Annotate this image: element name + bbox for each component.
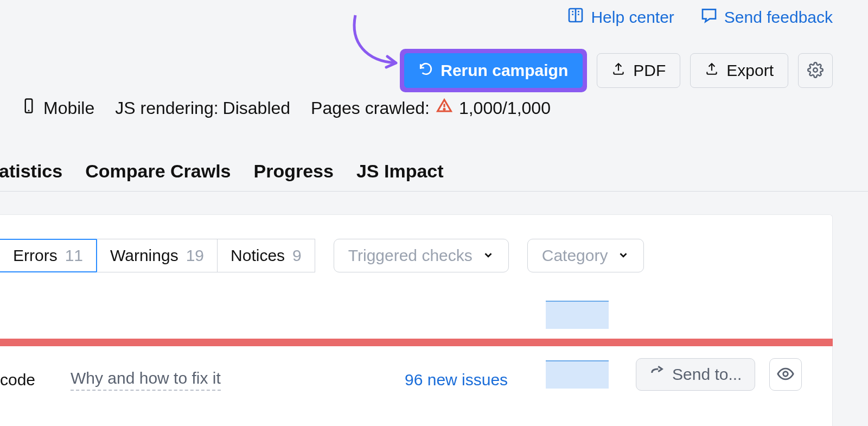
filter-warnings-label: Warnings: [110, 246, 178, 265]
send-feedback-label: Send feedback: [724, 8, 833, 27]
gear-icon: [807, 62, 824, 80]
js-rendering-label: JS rendering:: [115, 98, 218, 118]
chevron-down-icon: [617, 246, 629, 265]
help-center-link[interactable]: Help center: [567, 7, 674, 28]
settings-button[interactable]: [798, 53, 833, 88]
new-issues-link[interactable]: 96 new issues: [405, 371, 508, 389]
pages-crawled-value: 1,000/1,000: [459, 98, 551, 118]
book-icon: [567, 7, 584, 28]
filter-warnings[interactable]: Warnings 19: [97, 239, 218, 272]
filter-notices-label: Notices: [231, 246, 285, 265]
why-and-how-link[interactable]: Why and how to fix it: [71, 369, 221, 391]
pages-crawled-info: Pages crawled: 1,000/1,000: [311, 98, 551, 118]
chevron-down-icon: [482, 246, 494, 265]
triggered-label: Triggered checks: [348, 246, 473, 265]
tabs-divider: [0, 191, 868, 192]
triggered-checks-select[interactable]: Triggered checks: [334, 239, 509, 272]
view-button[interactable]: [769, 358, 802, 391]
send-to-label: Send to...: [672, 365, 742, 384]
forward-arrow-icon: [649, 365, 665, 384]
svg-point-6: [813, 68, 818, 72]
rerun-label: Rerun campaign: [441, 61, 568, 80]
category-label: Category: [542, 246, 608, 265]
issue-type-group: Errors 11 Warnings 19 Notices 9: [0, 239, 315, 272]
rerun-campaign-button[interactable]: Rerun campaign: [404, 53, 583, 88]
pdf-label: PDF: [633, 61, 666, 80]
js-rendering-info: JS rendering: Disabled: [115, 98, 290, 118]
svg-point-11: [783, 371, 788, 376]
warning-icon: [436, 98, 452, 118]
mobile-icon: [21, 98, 37, 118]
filter-errors-count: 11: [65, 246, 83, 265]
issue-status: code: [0, 371, 71, 389]
pages-crawled-label: Pages crawled:: [311, 98, 430, 118]
tab-statistics[interactable]: atistics: [0, 161, 62, 185]
svg-point-10: [444, 109, 445, 110]
severity-bar: [0, 339, 833, 346]
sparkline: [546, 360, 609, 389]
device-label: Mobile: [43, 98, 94, 118]
pdf-button[interactable]: PDF: [597, 53, 680, 88]
tab-progress[interactable]: Progress: [254, 161, 334, 185]
sparkline: [546, 301, 609, 329]
export-button[interactable]: Export: [690, 53, 788, 88]
eye-icon: [776, 365, 795, 385]
send-feedback-link[interactable]: Send feedback: [700, 7, 833, 28]
filter-warnings-count: 19: [186, 246, 204, 265]
upload-icon: [705, 61, 719, 80]
filter-errors[interactable]: Errors 11: [0, 239, 97, 272]
chat-icon: [700, 7, 718, 28]
tab-js-impact[interactable]: JS Impact: [356, 161, 444, 185]
js-rendering-value: Disabled: [223, 98, 291, 118]
rerun-highlight: Rerun campaign: [400, 49, 587, 92]
upload-icon: [611, 61, 626, 80]
filter-errors-label: Errors: [13, 246, 58, 265]
device-info: Mobile: [21, 98, 94, 118]
tab-compare-crawls[interactable]: Compare Crawls: [85, 161, 231, 185]
help-center-label: Help center: [591, 8, 674, 27]
export-label: Export: [726, 61, 774, 80]
filter-notices[interactable]: Notices 9: [218, 239, 315, 272]
category-select[interactable]: Category: [527, 239, 644, 272]
refresh-icon: [419, 61, 433, 80]
filter-notices-count: 9: [292, 246, 302, 265]
send-to-button[interactable]: Send to...: [636, 358, 755, 391]
